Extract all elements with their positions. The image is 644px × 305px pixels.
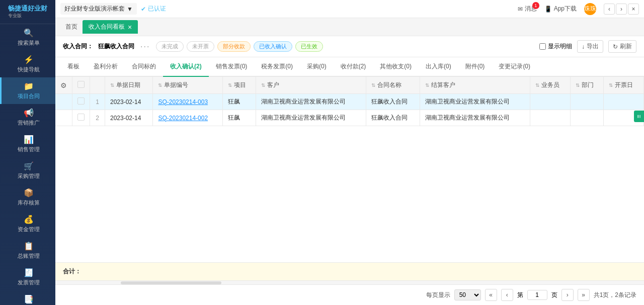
show-detail-label: 显示明细 — [548, 42, 572, 51]
subtab-----0-[interactable]: 出入库(0) — [419, 57, 458, 77]
tab-contract-board[interactable]: 收入合同看板 × — [83, 20, 138, 34]
row-staff-1 — [530, 110, 571, 126]
subtab-----[interactable]: 合同标的 — [125, 57, 163, 77]
sort-customer-icon[interactable]: ⇅ — [261, 82, 265, 88]
subtab-----2-[interactable]: 收付款(2) — [334, 57, 373, 77]
sort-staff-icon[interactable]: ⇅ — [535, 82, 539, 88]
quick-nav-label: 快捷导航 — [18, 66, 40, 73]
last-page-button[interactable]: » — [578, 289, 590, 301]
sort-result-customer-icon[interactable]: ⇅ — [425, 82, 429, 88]
subtab------0-[interactable]: 变更记录(0) — [492, 57, 537, 77]
refresh-icon: ↻ — [613, 43, 618, 50]
page-size-select[interactable]: 50 20 100 — [454, 289, 481, 300]
row-link-0[interactable]: SQ-20230214-003 — [158, 98, 208, 106]
topbar-left: 好业财专业版演示帐套 ▼ ✔ 已认证 — [60, 3, 166, 15]
contract-title-name: 狂飙收入合同 — [98, 42, 134, 51]
current-page-input[interactable] — [527, 290, 547, 300]
row-cb-1[interactable] — [77, 114, 85, 121]
subtab----0-[interactable]: 附件(0) — [458, 57, 492, 77]
app-download-button[interactable]: 📱 App下载 — [544, 5, 577, 13]
page-label: 第 — [517, 291, 523, 299]
sidebar-item-project[interactable]: 📁 项目合同 — [0, 77, 55, 104]
horizontal-scrollbar[interactable] — [55, 280, 644, 284]
capital-label: 资金管理 — [18, 226, 40, 233]
status-badge-uncomplete[interactable]: 未完成 — [156, 41, 184, 52]
sidebar-item-marketing[interactable]: 📢 营销推广 — [0, 104, 55, 131]
sort-dept-icon[interactable]: ⇅ — [576, 82, 580, 88]
export-button[interactable]: ↓ 导出 — [577, 40, 603, 53]
general-icon: 📋 — [24, 241, 34, 251]
message-icon: ✉ — [518, 6, 523, 13]
status-badge-partial[interactable]: 部分收款 — [217, 41, 251, 52]
first-page-button[interactable]: « — [485, 289, 497, 301]
row-number-0[interactable]: SQ-20230214-003 — [153, 94, 223, 110]
subtab------2-[interactable]: 收入确认(2) — [163, 57, 209, 77]
subtab------0-[interactable]: 销售发票(0) — [209, 57, 255, 77]
show-detail-checkbox[interactable]: 显示明细 — [539, 42, 572, 51]
prev-page-button[interactable]: ‹ — [501, 289, 513, 301]
status-badge-effective[interactable]: 已生效 — [295, 41, 323, 52]
next-page-button[interactable]: › — [561, 289, 574, 301]
sidebar-item-search[interactable]: 🔍 搜索菜单 — [0, 24, 55, 51]
subtab---[interactable]: 看板 — [60, 57, 87, 77]
status-badge-uninvoiced[interactable]: 未开票 — [187, 41, 214, 52]
row-number-1[interactable]: SQ-20230214-002 — [153, 110, 223, 126]
row-settings-1 — [55, 110, 72, 126]
message-button[interactable]: ✉ 消息 1 — [518, 5, 537, 13]
detail-checkbox-input[interactable] — [539, 43, 546, 50]
sidebar-item-purchase[interactable]: 🛒 采购管理 — [0, 157, 55, 184]
sidebar-item-capital[interactable]: 💰 资金管理 — [0, 211, 55, 237]
row-link-1[interactable]: SQ-20230214-002 — [158, 115, 208, 122]
settings-gear-icon[interactable]: ⚙ — [60, 81, 67, 89]
more-button[interactable]: ··· — [140, 42, 150, 51]
row-open-date-0 — [604, 94, 644, 110]
subtab-----[interactable]: 盈利分析 — [87, 57, 125, 77]
sidebar-item-sales[interactable]: 📊 销售管理 — [0, 131, 55, 157]
nav-prev-button[interactable]: ‹ — [604, 4, 615, 15]
subtab------0-[interactable]: 其他收支(0) — [373, 57, 419, 77]
sidebar-item-invoice[interactable]: 🧾 发票管理 — [0, 264, 55, 290]
row-checkbox-1[interactable] — [72, 110, 90, 126]
select-all-checkbox[interactable] — [77, 81, 85, 88]
th-checkbox — [72, 77, 90, 94]
th-result-customer: ⇅结算客户 — [420, 77, 530, 94]
per-page-label: 每页显示 — [426, 291, 450, 299]
subtab------0-[interactable]: 税务发票(0) — [254, 57, 300, 77]
sort-contract-icon[interactable]: ⇅ — [371, 82, 375, 88]
sort-number-icon[interactable]: ⇅ — [158, 82, 162, 88]
sidebar-item-tax[interactable]: 📑 税务管理 — [0, 290, 55, 305]
sub-tabs: 看板盈利分析合同标的收入确认(2)销售发票(0)税务发票(0)采购(0)收付款(… — [55, 57, 644, 77]
sort-project-icon[interactable]: ⇅ — [228, 82, 232, 88]
table-row[interactable]: 2 2023-02-14 SQ-20230214-002 狂飙 湖南卫视商业运营… — [55, 110, 644, 126]
scroll-thumb[interactable] — [121, 281, 221, 284]
user-avatar-button[interactable]: 珠珠 — [584, 3, 596, 15]
row-cb-0[interactable] — [77, 97, 85, 105]
status-badge-confirmed[interactable]: 已收入确认 — [254, 41, 292, 52]
nav-close-button[interactable]: × — [628, 4, 639, 15]
row-customer-0: 湖南卫视商业运营发展有限公司 — [256, 94, 366, 110]
th-date: ⇅单据日期 — [105, 77, 153, 94]
refresh-button[interactable]: ↻ 刷新 — [608, 40, 636, 53]
marketing-label: 营销推广 — [18, 119, 40, 127]
row-num-0: 1 — [90, 94, 105, 110]
tab-home[interactable]: 首页 — [60, 23, 83, 31]
float-side-button[interactable]: ≡ — [634, 111, 644, 122]
table-row[interactable]: 1 2023-02-14 SQ-20230214-003 狂飙 湖南卫视商业运营… — [55, 94, 644, 110]
sort-open-date-icon[interactable]: ⇅ — [609, 82, 613, 88]
download-icon: 📱 — [544, 6, 552, 13]
row-dept-0 — [571, 94, 604, 110]
th-dept: ⇅部门 — [571, 77, 604, 94]
sidebar-item-quick-nav[interactable]: ⚡ 快捷导航 — [0, 51, 55, 77]
sidebar-item-general[interactable]: 📋 总账管理 — [0, 237, 55, 264]
sidebar-item-inventory[interactable]: 📦 库存核算 — [0, 184, 55, 211]
main-content: 好业财专业版演示帐套 ▼ ✔ 已认证 ✉ 消息 1 📱 App下载 珠珠 — [55, 0, 644, 305]
company-selector[interactable]: 好业财专业版演示帐套 ▼ — [60, 3, 137, 15]
nav-next-button[interactable]: › — [616, 4, 627, 15]
subtab----0-[interactable]: 采购(0) — [300, 57, 334, 77]
sort-date-icon[interactable]: ⇅ — [110, 82, 114, 88]
pagination: 每页显示 50 20 100 « ‹ 第 页 › » 共1页，2条记录 — [55, 284, 644, 305]
search-label: 搜索菜单 — [18, 39, 40, 47]
tabbar: 首页 收入合同看板 × — [55, 18, 644, 36]
row-checkbox-0[interactable] — [72, 94, 90, 110]
tab-close-icon[interactable]: × — [128, 23, 132, 31]
